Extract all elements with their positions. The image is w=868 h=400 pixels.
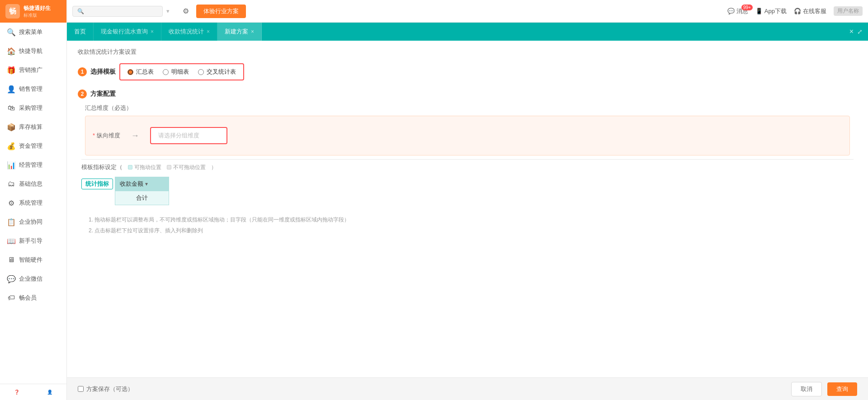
tab-new-plan-close[interactable]: × (251, 28, 254, 35)
required-star: * (93, 132, 95, 139)
sidebar-item-corp-wechat[interactable]: 💬 企业微信 (0, 269, 66, 288)
tab-maximize-icon[interactable]: ⤢ (857, 28, 863, 35)
tab-receipt-stats[interactable]: 收款情况统计 × (161, 23, 217, 41)
sidebar-item-corp-collab[interactable]: 📋 企业协同 (0, 212, 66, 231)
dimension-input[interactable]: 请选择分组维度 (150, 127, 227, 144)
phone-icon: 📱 (755, 8, 763, 14)
sidebar-item-inventory[interactable]: 📦 库存核算 (0, 118, 66, 136)
sidebar-item-sales[interactable]: 👤 销售管理 (0, 80, 66, 99)
help-icon: ❓ (14, 390, 19, 395)
tab-bar: 首页 现金银行流水查询 × 收款情况统计 × 新建方案 × × ⤢ (67, 23, 868, 41)
tip-1: 1. 拖动标题栏可以调整布局，不可跨维度或指标区域拖动；目字段（只能在同一维度或… (89, 214, 846, 225)
radio-cross-input[interactable] (198, 69, 204, 75)
sidebar-label-marketing: 营销推广 (19, 66, 42, 74)
sidebar-item-finance[interactable]: 💰 资金管理 (0, 136, 66, 155)
box-icon: 📦 (7, 123, 15, 131)
dimension-area: * 纵向维度 → 请选择分组维度 (85, 116, 850, 155)
section-config-num: 2 (78, 89, 87, 99)
metrics-header-dropdown[interactable]: ▾ (145, 181, 148, 187)
gear-icon: ⚙ (7, 199, 15, 207)
app-download-label: App下载 (764, 7, 787, 15)
metrics-col-header[interactable]: 收款金额 ▾ (115, 177, 169, 191)
config-body: 汇总维度（必选） * 纵向维度 → 请选择分组维度 (78, 104, 857, 241)
radio-summary[interactable]: 汇总表 (127, 68, 154, 76)
sidebar-item-operation[interactable]: 📊 经营管理 (0, 155, 66, 174)
vertical-dim-label: * 纵向维度 (93, 132, 120, 140)
sidebar-item-member[interactable]: 🏷 畅会员 (0, 288, 66, 307)
topnav-dropdown-icon[interactable]: ▾ (166, 7, 175, 16)
draggable-label: 可拖动位置 (134, 164, 161, 171)
topnav: 🔍 ▾ ⚙ 体验行业方案 💬 消息 99+ 📱 App下载 🎧 在线客服 用户名… (67, 0, 868, 23)
sidebar-label-smart-hw: 智能硬件 (19, 256, 42, 264)
sidebar-item-guide[interactable]: 📖 新手引导 (0, 231, 66, 250)
sidebar-label-guide: 新手引导 (19, 237, 42, 245)
tab-home[interactable]: 首页 (67, 23, 94, 41)
summary-dim-label: 汇总维度（必选） (81, 104, 854, 112)
sidebar-bottom-user[interactable]: 👤 (45, 388, 54, 396)
radio-detail[interactable]: 明细表 (163, 68, 189, 76)
section-config-title: 方案配置 (90, 90, 116, 98)
metrics-config-label: 模板指标设定（ 可拖动位置 不可拖动位置 ） (81, 163, 854, 171)
metrics-table: 收款金额 ▾ 合计 (115, 177, 169, 205)
tab-bank-flow-close[interactable]: × (151, 28, 154, 35)
tab-home-label: 首页 (74, 28, 86, 36)
cancel-button[interactable]: 取消 (791, 382, 822, 396)
bag-icon: 🛍 (7, 104, 15, 112)
metrics-label-text: 模板指标设定（ (81, 163, 123, 171)
sidebar-item-system[interactable]: ⚙ 系统管理 (0, 193, 66, 212)
sidebar-item-basic[interactable]: 🗂 基础信息 (0, 174, 66, 193)
metrics-area: 统计指标 收款金额 ▾ 合计 (81, 175, 854, 209)
template-selector: 汇总表 明细表 交叉统计表 (119, 63, 244, 80)
radio-summary-label: 汇总表 (136, 68, 154, 76)
user-icon: 👤 (7, 85, 15, 93)
app-download-btn[interactable]: 📱 App下载 (755, 7, 787, 15)
online-service-btn[interactable]: 🎧 在线客服 (794, 7, 826, 15)
undraggable-tag: 不可拖动位置 (167, 164, 206, 171)
tab-bank-flow[interactable]: 现金银行流水查询 × (94, 23, 161, 41)
sidebar-item-marketing[interactable]: 🎁 营销推广 (0, 61, 66, 80)
chat-icon: 💬 (7, 275, 15, 283)
main-area: 🔍 ▾ ⚙ 体验行业方案 💬 消息 99+ 📱 App下载 🎧 在线客服 用户名… (67, 0, 868, 400)
topnav-gear-btn[interactable]: ⚙ (179, 5, 193, 18)
sidebar-bottom-help[interactable]: ❓ (12, 388, 21, 396)
trial-btn[interactable]: 体验行业方案 (196, 5, 246, 18)
vertical-dim-text: 纵向维度 (97, 132, 120, 139)
topnav-search-bar[interactable]: 🔍 (72, 6, 163, 17)
sidebar-item-search-menu[interactable]: 🔍 搜索菜单 (0, 23, 66, 42)
sidebar-label-inventory: 库存核算 (19, 123, 42, 131)
tab-bar-right: × ⤢ (844, 23, 868, 41)
arrow-icon: → (131, 131, 139, 141)
sidebar-label-member: 畅会员 (19, 294, 37, 302)
sidebar-item-smart-hw[interactable]: 🖥 智能硬件 (0, 250, 66, 269)
section-template-num: 1 (78, 67, 87, 76)
tab-new-plan[interactable]: 新建方案 × (217, 23, 262, 41)
save-checkbox[interactable] (78, 386, 84, 392)
radio-cross[interactable]: 交叉统计表 (198, 68, 236, 76)
topnav-user[interactable]: 用户名称 (834, 6, 863, 16)
content-inner: 收款情况统计方案设置 1 选择模板 汇总表 明细表 (67, 41, 868, 377)
sidebar-item-quick-nav[interactable]: 🏠 快捷导航 (0, 42, 66, 61)
message-icon: 💬 (727, 8, 735, 14)
section-template: 1 选择模板 汇总表 明细表 交叉统计表 (78, 63, 857, 80)
metrics-col-header-text: 收款金额 (120, 180, 143, 188)
tab-close-all-icon[interactable]: × (849, 28, 854, 36)
save-option[interactable]: 方案保存（可选） (78, 385, 133, 393)
radio-detail-input[interactable] (163, 69, 169, 75)
section-config: 2 方案配置 汇总维度（必选） * 纵向维度 → 请选择分组维度 (78, 89, 857, 241)
sidebar-label-search-menu: 搜索菜单 (19, 28, 42, 36)
clipboard-icon: 📋 (7, 218, 15, 226)
gift-icon: 🎁 (7, 66, 15, 74)
radio-summary-input[interactable] (127, 69, 133, 75)
message-badge-btn[interactable]: 💬 消息 99+ (727, 7, 748, 15)
logo-main-text: 畅捷通好生 (24, 5, 51, 12)
sidebar-item-purchase[interactable]: 🛍 采购管理 (0, 99, 66, 118)
headset-icon: 🎧 (794, 8, 801, 14)
sidebar-label-finance: 资金管理 (19, 142, 42, 150)
tab-receipt-stats-close[interactable]: × (207, 28, 210, 35)
query-button[interactable]: 查询 (827, 382, 857, 396)
draggable-dot (128, 165, 132, 169)
sidebar-label-operation: 经营管理 (19, 161, 42, 169)
save-label: 方案保存（可选） (86, 385, 133, 393)
tip-2: 2. 点击标题栏下拉可设置排序、插入列和删除列 (89, 225, 846, 236)
topnav-search-icon: 🔍 (77, 8, 84, 14)
